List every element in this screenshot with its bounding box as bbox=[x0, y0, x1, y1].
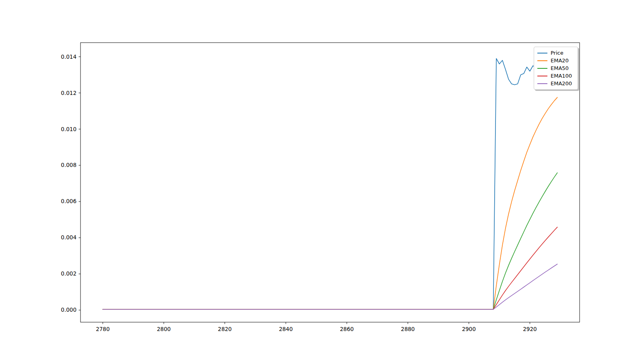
legend-label-price: Price bbox=[551, 50, 564, 56]
x-tick-label: 2860 bbox=[340, 326, 354, 332]
x-tick-label: 2840 bbox=[279, 326, 293, 332]
x-tick-label: 2820 bbox=[218, 326, 231, 332]
y-tick-label: 0.002 bbox=[61, 270, 76, 277]
legend-item-ema20: EMA20 bbox=[537, 57, 574, 64]
x-tick-label: 2900 bbox=[462, 326, 476, 332]
x-tick-label: 2920 bbox=[523, 326, 537, 332]
series-line-ema20 bbox=[103, 97, 557, 309]
y-tick-label: 0.004 bbox=[61, 234, 76, 241]
figure: 278028002820284028602880290029200.0000.0… bbox=[0, 0, 644, 362]
y-tick-label: 0.014 bbox=[61, 53, 76, 60]
legend-label-ema100: EMA100 bbox=[551, 73, 572, 78]
legend-line-sample-ema20 bbox=[537, 60, 547, 61]
legend-label-ema20: EMA20 bbox=[551, 58, 569, 63]
legend-label-ema50: EMA50 bbox=[551, 66, 569, 71]
legend-item-ema200: EMA200 bbox=[537, 80, 574, 87]
y-tick-label: 0.006 bbox=[61, 198, 76, 204]
x-tick-label: 2880 bbox=[401, 326, 415, 332]
legend-line-sample-ema100 bbox=[537, 76, 547, 76]
series-line-ema200 bbox=[103, 264, 557, 309]
legend-item-ema50: EMA50 bbox=[537, 64, 574, 72]
x-tick-label: 2800 bbox=[157, 326, 171, 332]
y-tick-label: 0.008 bbox=[61, 162, 76, 168]
y-tick-label: 0.000 bbox=[61, 306, 76, 313]
x-tick-label: 2780 bbox=[96, 326, 109, 332]
legend-item-price: Price bbox=[537, 49, 574, 57]
plot-border bbox=[80, 43, 580, 322]
legend-line-sample-price bbox=[537, 53, 547, 53]
legend-line-sample-ema50 bbox=[537, 68, 547, 69]
series-line-ema50 bbox=[103, 173, 557, 309]
series-line-price bbox=[103, 59, 557, 310]
legend-line-sample-ema200 bbox=[537, 83, 547, 84]
legend: Price EMA20 EMA50 EMA100 EMA200 bbox=[534, 47, 578, 90]
series-line-ema100 bbox=[103, 227, 557, 310]
y-tick-label: 0.010 bbox=[61, 126, 76, 132]
y-tick-label: 0.012 bbox=[61, 90, 76, 96]
legend-label-ema200: EMA200 bbox=[551, 81, 572, 86]
legend-item-ema100: EMA100 bbox=[537, 72, 574, 80]
